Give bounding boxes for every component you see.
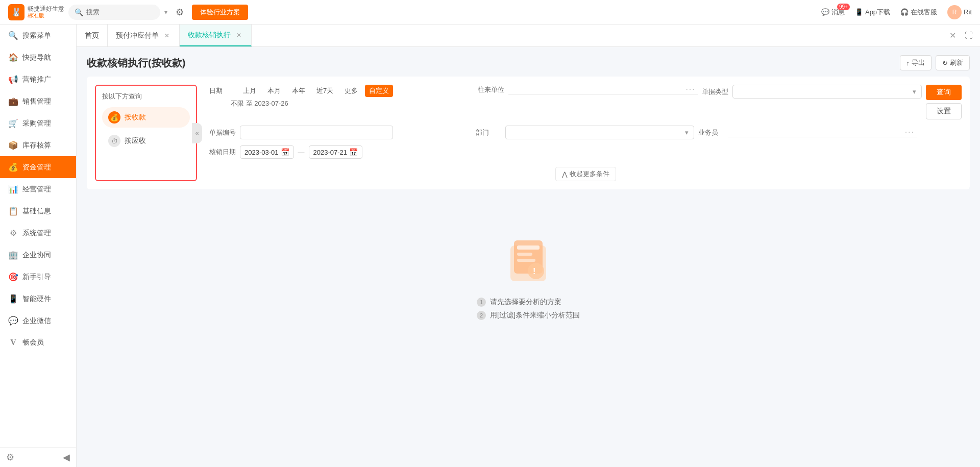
- chevron-down-icon[interactable]: ▾: [164, 9, 167, 16]
- wechat-icon: 💬: [8, 316, 18, 326]
- calendar-end-icon: 📅: [349, 148, 358, 156]
- tab-prepay-close[interactable]: ✕: [163, 32, 171, 40]
- filter-right-area: 日期 上月 本月 本年 近7天 更多 自定义 不限 至 2: [197, 85, 962, 181]
- tab-receipt-close[interactable]: ✕: [235, 31, 243, 39]
- search-input[interactable]: [86, 8, 154, 16]
- sidebar-item-operations[interactable]: 📊 经营管理: [0, 178, 76, 200]
- svg-rect-2: [517, 245, 540, 250]
- doctype-label: 单据类型: [702, 87, 728, 96]
- tab-home[interactable]: 首页: [77, 24, 108, 46]
- more-conditions-btn[interactable]: ⋀ 收起更多条件: [555, 167, 616, 181]
- verify-date-range: 2023-03-01 📅 — 2023-07-21 📅: [240, 145, 362, 159]
- main-layout: 🔍 搜索菜单 🏠 快捷导航 📢 营销推广 💼 销售管理 🛒 采购管理 📦 库存核…: [0, 24, 980, 467]
- docno-input[interactable]: [240, 126, 393, 139]
- hardware-icon: 📱: [8, 294, 18, 304]
- collapse-icon: ⋀: [562, 170, 568, 178]
- staff-input[interactable]: ···: [728, 128, 917, 137]
- sidebar-item-basics[interactable]: 📋 基础信息: [0, 200, 76, 222]
- filter-option-receipt-label: 按收款: [125, 113, 146, 122]
- user-name: Rit: [964, 8, 972, 16]
- search-icon: 🔍: [8, 31, 18, 40]
- settings-button[interactable]: 设置: [926, 103, 962, 119]
- search-bar[interactable]: 🔍: [68, 5, 160, 20]
- sidebar: 🔍 搜索菜单 🏠 快捷导航 📢 营销推广 💼 销售管理 🛒 采购管理 📦 库存核…: [0, 24, 77, 467]
- dept-select[interactable]: ▾: [505, 126, 694, 139]
- gear-icon[interactable]: ⚙: [172, 4, 188, 20]
- tab-receipt[interactable]: 收款核销执行 ✕: [180, 24, 252, 46]
- sidebar-item-label: 库存核算: [22, 141, 51, 150]
- message-btn[interactable]: 💬 消息 99+: [821, 8, 845, 17]
- sidebar-item-label: 企业微信: [22, 316, 51, 326]
- filter-row-2: 单据编号 部门 ▾ 业务员: [209, 126, 962, 139]
- date-btn-thismonth[interactable]: 本月: [263, 85, 285, 97]
- verify-date-start-input[interactable]: 2023-03-01 📅: [240, 145, 294, 159]
- date-btn-custom[interactable]: 自定义: [365, 85, 393, 97]
- online-service-label: 在线客服: [911, 8, 937, 17]
- date-btn-more[interactable]: 更多: [340, 85, 362, 97]
- receipt-option-icon: 💰: [108, 111, 120, 124]
- filter-area: 按以下方查询 💰 按收款 ⏱ 按应收 «: [87, 77, 970, 189]
- top-bar: 🐰 畅捷通好生意 标准版 🔍 ▾ ⚙ 体验行业方案 💬 消息 99+ 📱 App…: [0, 0, 980, 24]
- close-all-tabs-btn[interactable]: ✕: [945, 29, 960, 43]
- export-icon: ↑: [906, 59, 910, 67]
- settings-bottom-icon[interactable]: ⚙: [6, 452, 14, 463]
- counterparty-input[interactable]: ···: [508, 85, 698, 94]
- sidebar-item-sales[interactable]: 💼 销售管理: [0, 90, 76, 112]
- sidebar-item-label: 快捷导航: [22, 53, 51, 62]
- sidebar-item-wechat[interactable]: 💬 企业微信: [0, 310, 76, 332]
- avatar-circle: R: [947, 5, 962, 19]
- counterparty-label: 往来单位: [478, 85, 504, 94]
- dept-label: 部门: [476, 128, 501, 137]
- svg-point-5: [528, 263, 544, 279]
- sidebar-item-guide[interactable]: 🎯 新手引导: [0, 266, 76, 288]
- user-avatar[interactable]: R Rit: [947, 5, 972, 19]
- sidebar-item-enterprise[interactable]: 🏢 企业协同: [0, 244, 76, 266]
- date-btn-lastmonth[interactable]: 上月: [239, 85, 260, 97]
- sidebar-item-finance[interactable]: 💰 资金管理: [0, 156, 76, 178]
- collapse-sidebar-icon[interactable]: ◀: [63, 452, 70, 463]
- sidebar-item-system[interactable]: ⚙ 系统管理: [0, 222, 76, 244]
- doctype-select[interactable]: ▾: [732, 85, 922, 99]
- expand-tab-btn[interactable]: ⛶: [962, 29, 976, 43]
- page-content: 收款核销执行(按收款) ↑ 导出 ↻ 刷新 按以下方查询: [77, 47, 980, 467]
- sidebar-item-label: 系统管理: [22, 229, 51, 238]
- tip-text-1: 请先选择要分析的方案: [490, 298, 561, 307]
- collapse-filter-btn[interactable]: «: [192, 123, 202, 143]
- filter-actions: 查询 设置: [926, 85, 962, 119]
- tab-bar: 首页 预付冲应付单 ✕ 收款核销执行 ✕ ✕ ⛶: [77, 24, 980, 47]
- filter-panel-title: 按以下方查询: [102, 92, 190, 101]
- tab-prepay[interactable]: 预付冲应付单 ✕: [108, 24, 180, 46]
- basics-icon: 📋: [8, 206, 18, 216]
- online-service-btn[interactable]: 🎧 在线客服: [900, 8, 937, 17]
- sidebar-item-search[interactable]: 🔍 搜索菜单: [0, 24, 76, 46]
- logo-text: 畅捷通好生意 标准版: [28, 5, 64, 19]
- filter-option-receivable-label: 按应收: [125, 136, 146, 145]
- query-button[interactable]: 查询: [926, 85, 962, 100]
- date-btn-thisyear[interactable]: 本年: [288, 85, 309, 97]
- svg-rect-4: [517, 259, 535, 262]
- app-download-btn[interactable]: 📱 App下载: [855, 8, 890, 17]
- empty-tip-1: 1 请先选择要分析的方案: [477, 298, 580, 307]
- receivable-option-icon: ⏱: [108, 135, 120, 147]
- sidebar-item-purchase[interactable]: 🛒 采购管理: [0, 112, 76, 134]
- date-group: 上月 本月 本年 近7天 更多 自定义: [239, 85, 393, 97]
- filter-option-by-receivable[interactable]: ⏱ 按应收: [102, 131, 190, 151]
- sidebar-item-hardware[interactable]: 📱 智能硬件: [0, 288, 76, 310]
- sidebar-item-quicknav[interactable]: 🏠 快捷导航: [0, 46, 76, 68]
- logo-icon: 🐰: [8, 4, 24, 20]
- sidebar-item-inventory[interactable]: 📦 库存核算: [0, 134, 76, 156]
- industry-btn[interactable]: 体验行业方案: [192, 5, 248, 20]
- refresh-button[interactable]: ↻ 刷新: [936, 55, 970, 70]
- date-btn-7days[interactable]: 近7天: [312, 85, 337, 97]
- sidebar-item-member[interactable]: V 畅会员: [0, 332, 76, 353]
- sidebar-item-label: 基础信息: [22, 207, 51, 216]
- svg-text:!: !: [533, 267, 535, 276]
- app-download-icon: 📱: [855, 8, 863, 16]
- calendar-start-icon: 📅: [281, 148, 289, 156]
- message-badge: 99+: [837, 4, 850, 10]
- filter-option-by-receipt[interactable]: 💰 按收款: [102, 107, 190, 128]
- verify-date-end-input[interactable]: 2023-07-21 📅: [309, 145, 363, 159]
- sidebar-item-marketing[interactable]: 📢 营销推广: [0, 68, 76, 90]
- empty-state: ! 1 请先选择要分析的方案 2 用[过滤]条件来缩小分析范围: [87, 189, 970, 361]
- export-button[interactable]: ↑ 导出: [900, 55, 932, 70]
